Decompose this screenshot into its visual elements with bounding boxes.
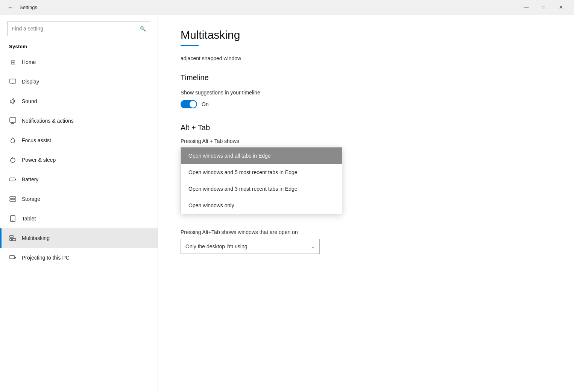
sidebar-item-label: Tablet: [22, 216, 36, 222]
toggle-label: On: [202, 101, 209, 107]
focus-icon: [9, 137, 17, 144]
timeline-suggestion-label: Show suggestions in your timeline: [181, 90, 551, 96]
toggle-knob: [190, 101, 196, 108]
dropdown-item-3-tabs[interactable]: Open windows and 3 most recent tabs in E…: [181, 181, 342, 197]
titlebar: ← Settings — □ ✕: [0, 0, 574, 15]
sidebar-item-label: Notifications & actions: [22, 118, 74, 124]
dropdown-item-windows-only[interactable]: Open windows only: [181, 197, 342, 214]
sidebar-item-focus[interactable]: Focus assist: [0, 131, 158, 150]
sidebar-item-label: Focus assist: [22, 137, 51, 143]
home-icon: ⊞: [9, 58, 17, 66]
alttab-heading: Alt + Tab: [181, 123, 551, 132]
sidebar: 🔍 System ⊞ Home Display Sound: [0, 15, 158, 392]
search-input[interactable]: [12, 26, 140, 32]
close-button[interactable]: ✕: [552, 0, 569, 15]
sidebar-item-tablet[interactable]: Tablet: [0, 209, 158, 228]
dropdown-item-5-tabs[interactable]: Open windows and 5 most recent tabs in E…: [181, 164, 342, 181]
svg-rect-16: [10, 236, 13, 238]
sidebar-item-label: Power & sleep: [22, 157, 56, 163]
sidebar-item-label: Display: [22, 79, 39, 85]
maximize-button[interactable]: □: [535, 0, 552, 15]
svg-rect-19: [10, 255, 14, 259]
sidebar-item-power[interactable]: Power & sleep: [0, 150, 158, 170]
timeline-toggle[interactable]: [181, 100, 197, 108]
settings-window: ← Settings — □ ✕ 🔍 System: [0, 0, 574, 392]
power-icon: [9, 156, 17, 164]
titlebar-title: Settings: [20, 5, 37, 10]
window-controls: — □ ✕: [518, 0, 569, 15]
sidebar-section-label: System: [0, 42, 158, 52]
toggle-row: On: [181, 100, 551, 108]
sidebar-item-multitasking[interactable]: Multitasking: [0, 228, 158, 248]
sidebar-item-label: Home: [22, 59, 36, 65]
sidebar-item-battery[interactable]: Battery: [0, 170, 158, 189]
sidebar-item-home[interactable]: ⊞ Home: [0, 52, 158, 72]
sidebar-item-label: Storage: [22, 196, 40, 202]
sidebar-item-storage[interactable]: Storage: [0, 189, 158, 209]
svg-marker-3: [10, 99, 13, 104]
timeline-heading: Timeline: [181, 73, 551, 82]
sidebar-item-notifications[interactable]: Notifications & actions: [0, 111, 158, 131]
desktop-select[interactable]: Only the desktop I'm using ⌄: [181, 239, 320, 254]
desktop-select-value: Only the desktop I'm using: [185, 243, 248, 249]
search-container: 🔍: [8, 21, 150, 36]
sidebar-item-projecting[interactable]: Projecting to this PC: [0, 248, 158, 267]
notifications-icon: [9, 117, 17, 125]
svg-rect-9: [10, 178, 15, 181]
content-area: 🔍 System ⊞ Home Display Sound: [0, 15, 574, 392]
storage-icon: [9, 195, 17, 203]
svg-point-15: [12, 220, 13, 221]
desktop-label: Pressing Alt+Tab shows windows that are …: [181, 229, 551, 235]
sidebar-item-label: Battery: [22, 176, 38, 182]
pressing-alt-tab-label: Pressing Alt + Tab shows: [181, 138, 551, 144]
search-box[interactable]: 🔍: [8, 21, 150, 36]
svg-rect-18: [10, 239, 12, 241]
chevron-down-icon: ⌄: [311, 244, 315, 249]
display-icon: [9, 78, 17, 85]
alttab-dropdown-container: Open windows and all tabs in Edge Open w…: [181, 147, 551, 214]
sidebar-item-label: Multitasking: [22, 235, 50, 241]
main-content: Multitasking adjacent snapped window Tim…: [158, 15, 574, 392]
page-title: Multitasking: [181, 15, 551, 41]
back-button[interactable]: ←: [5, 2, 17, 14]
minimize-button[interactable]: —: [518, 0, 535, 15]
svg-rect-4: [10, 118, 16, 122]
sound-icon: [9, 97, 17, 105]
sidebar-item-display[interactable]: Display: [0, 72, 158, 91]
svg-rect-13: [10, 200, 16, 201]
sidebar-item-label: Sound: [22, 98, 37, 104]
dropdown-item-all-tabs[interactable]: Open windows and all tabs in Edge: [181, 147, 342, 164]
search-icon: 🔍: [140, 26, 146, 32]
multitasking-icon: [9, 234, 17, 242]
sidebar-item-label: Projecting to this PC: [22, 255, 70, 261]
alttab-dropdown-menu: Open windows and all tabs in Edge Open w…: [181, 147, 342, 214]
battery-icon: [9, 176, 17, 183]
projecting-icon: [9, 254, 17, 261]
tablet-icon: [9, 215, 17, 222]
svg-rect-17: [12, 239, 16, 241]
svg-rect-0: [10, 79, 16, 83]
adjacent-text: adjacent snapped window: [181, 55, 551, 61]
title-divider: [181, 45, 199, 46]
sidebar-item-sound[interactable]: Sound: [0, 91, 158, 111]
svg-rect-12: [10, 197, 16, 198]
